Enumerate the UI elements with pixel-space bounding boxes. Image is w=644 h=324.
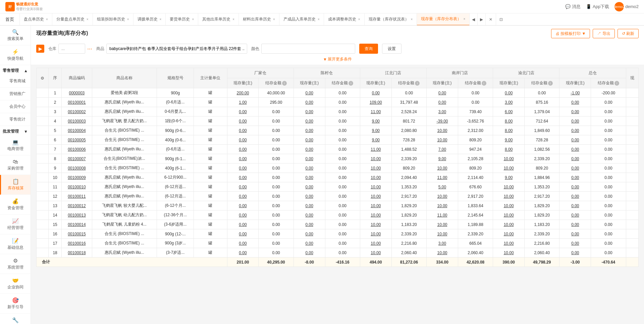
sidebar-item-member[interactable]: 会员中心 xyxy=(0,100,31,113)
chevron-down-icon: ▼ xyxy=(24,129,28,134)
fc-amt-info[interactable]: i xyxy=(282,81,287,86)
sidebar-item-finance[interactable]: 💰 资金管理 xyxy=(0,195,31,215)
sidebar: 🔍 搜索英单 ⚡ 快捷导航 零售管理 ▲ 零售商城 营销推广 会员中心 零售统计 xyxy=(0,26,31,324)
summary-total-qty: -3.00 xyxy=(559,258,591,267)
total-amt-info[interactable]: i xyxy=(614,81,619,86)
tool-icon: 🔧 xyxy=(1,317,29,323)
settings-btn[interactable]: 设置 xyxy=(382,44,401,54)
color-input[interactable] xyxy=(261,44,355,54)
table-row: 3 00100002 惠氏启赋 (Wyeth illu... 0-6月婴儿...… xyxy=(37,107,639,117)
na-amt-info[interactable]: i xyxy=(482,81,486,86)
inventory-icon: 📋 xyxy=(2,178,29,185)
sidebar-item-retailshop[interactable]: 零售商城 xyxy=(0,75,31,88)
sidebar-item-enterprise[interactable]: 🤝 企业协同 xyxy=(0,274,31,294)
sidebar-item-ecommerce[interactable]: 💻 电商管理 xyxy=(0,136,31,155)
message-btn[interactable]: 💬 消息 xyxy=(565,4,581,10)
yb-amt-info[interactable]: i xyxy=(548,81,553,86)
tab-expand-btn[interactable]: ⊡ xyxy=(496,13,506,26)
search-btn[interactable]: 查询 xyxy=(359,44,378,54)
jb-amt-info[interactable]: i xyxy=(415,81,420,86)
tab-close-4[interactable]: × xyxy=(192,17,194,21)
sidebar-section-wholesale[interactable]: 批发管理 ▼ xyxy=(0,126,31,136)
tab-qtchdh[interactable]: 其他出库单历史 × xyxy=(198,13,239,26)
sidebar-item-basic[interactable]: 📝 基础信息 xyxy=(0,234,31,254)
tab-yhddh[interactable]: 要货单历史 × xyxy=(166,13,198,26)
sidebar-item-system[interactable]: ⚙ 系统管理 xyxy=(0,254,31,274)
logo-icon: 好 xyxy=(5,2,15,11)
tab-clckdh[interactable]: 材料出库单历史 × xyxy=(239,13,279,26)
tab-close-all-btn[interactable]: ✕ xyxy=(486,13,496,26)
th-yb-qty: 现存量(主) xyxy=(493,78,525,88)
top-bar-right: 💬 消息 📱 App下载 demo2 demo2 xyxy=(565,2,639,11)
tab-home[interactable]: 首页 xyxy=(0,13,20,26)
tab-close-7[interactable]: × xyxy=(318,17,320,21)
summary-total-amt: -470.64 xyxy=(591,258,626,267)
warehouse-dots[interactable]: ··· xyxy=(87,45,92,52)
th-na-qty: 现存量(主) xyxy=(427,78,458,88)
goods-input[interactable] xyxy=(106,44,247,54)
bag-icon: 🛍 xyxy=(1,159,29,165)
tab-close-1[interactable]: × xyxy=(87,17,89,21)
summary-jb-amt: 81,272.06 xyxy=(391,258,426,267)
summary-label: 合计 xyxy=(37,258,227,267)
th-index: 序 xyxy=(49,68,62,88)
handshake-icon: 🤝 xyxy=(1,277,29,284)
tab-next-btn[interactable]: ▶ xyxy=(478,13,486,26)
table-row: 7 00100006 惠氏启赋 (Wyeth illu... (0-6月适...… xyxy=(37,145,639,154)
tab-close-6[interactable]: × xyxy=(273,17,275,21)
tab-close-5[interactable]: × xyxy=(232,17,234,21)
tab-xclkzk[interactable]: 现存量（库存状况表） × xyxy=(365,13,417,26)
warehouse-input[interactable] xyxy=(58,44,85,54)
tab-cprkdh[interactable]: 产成品入库单历史 × xyxy=(279,13,324,26)
table-row: 6 00100005 合生元 (BIOSTIME) ... 400g (0-6.… xyxy=(37,135,639,145)
expand-more-btn[interactable]: ▼ 展开更多条件 xyxy=(323,56,352,62)
th-jb-qty: 现存量(主) xyxy=(360,78,391,88)
page-header: 现存量查询(库存分布) 🖨 按模板打印 ▼ ↗ 导出 ↺ xyxy=(31,26,644,65)
tab-close-9[interactable]: × xyxy=(411,17,413,21)
download-icon: 📱 xyxy=(586,4,591,9)
tab-close-2[interactable]: × xyxy=(127,17,129,21)
table-row: 11 00100010 惠氏启赋 (Wyeth illu... (6-12月适.… xyxy=(37,182,639,192)
filter-toggle-btn[interactable]: ▶ xyxy=(36,45,44,53)
sidebar-item-retailstat[interactable]: 零售统计 xyxy=(0,113,31,126)
sidebar-item-marketing[interactable]: 营销推广 xyxy=(0,88,31,100)
sidebar-item-inventory[interactable]: 📋 库存核算 xyxy=(0,175,31,195)
th-group-total: 总仓 xyxy=(559,68,626,78)
table-row: 17 00100016 合生元 (BIOSTIME) ... 900g (3岁.… xyxy=(37,239,639,248)
summary-yb-qty: 390.00 xyxy=(493,258,525,267)
cc-amt-info[interactable]: i xyxy=(348,81,353,86)
table-container[interactable]: ⚙ 序 商品编码 商品名称 规格型号 主计量单位 厂家仓 陈村仓 江北门店 南岸… xyxy=(31,65,644,324)
th-group-cc: 陈村仓 xyxy=(293,68,360,78)
filter-color: 颜色 xyxy=(251,44,355,54)
logo-area: 好 畅捷通好生意 母婴行业演示陈套 xyxy=(5,2,43,11)
sidebar-item-search[interactable]: 🔍 搜索英单 xyxy=(0,26,31,45)
export-icon: ↗ xyxy=(597,31,601,36)
sidebar-item-guide[interactable]: 🎯 新手引导 xyxy=(0,294,31,314)
tab-close-3[interactable]: × xyxy=(160,17,162,21)
table-row: 2 00100001 惠氏启赋 (Wyeth illu... (0-6月适...… xyxy=(37,98,639,107)
sidebar-section-retail[interactable]: 零售管理 ▲ xyxy=(0,65,31,75)
tab-close-8[interactable]: × xyxy=(358,17,360,21)
user-menu[interactable]: demo2 demo2 xyxy=(614,2,639,11)
chevron-down-icon: ▼ xyxy=(323,57,327,62)
th-total-amt: 结存金额i xyxy=(591,78,626,88)
tab-prev-btn[interactable]: ◀ xyxy=(470,13,478,26)
tab-dbdh[interactable]: 调拨单历史 × xyxy=(133,13,166,26)
sidebar-item-operation[interactable]: 📈 经营管理 xyxy=(0,215,31,234)
tab-cbtzh[interactable]: 成本调整单历史 × xyxy=(324,13,365,26)
tab-xclfb[interactable]: 现存量（库存分布表） × xyxy=(417,13,470,26)
sidebar-item-purchase[interactable]: 🛍 采购管理 xyxy=(0,155,31,175)
refresh-btn[interactable]: ↺ 刷新 xyxy=(618,29,639,38)
sidebar-item-appcenter[interactable]: 🔧 应用中心 xyxy=(0,314,31,324)
tab-zzcxdh[interactable]: 组装拆卸单历史 × xyxy=(93,13,133,26)
target-icon: 🎯 xyxy=(1,297,29,304)
tab-close-0[interactable]: × xyxy=(46,17,48,21)
tab-flddh[interactable]: 分量盘点单历史 × xyxy=(52,13,93,26)
th-settings[interactable]: ⚙ xyxy=(37,68,49,88)
sidebar-item-quicknav[interactable]: ⚡ 快捷导航 xyxy=(0,45,31,65)
app-download-btn[interactable]: 📱 App下载 xyxy=(586,4,609,10)
tab-close-10[interactable]: × xyxy=(463,17,465,21)
export-btn[interactable]: ↗ 导出 xyxy=(593,29,614,38)
print-btn[interactable]: 🖨 按模板打印 ▼ xyxy=(551,29,590,38)
tab-pddh[interactable]: 盘点单历史 × xyxy=(20,13,52,26)
